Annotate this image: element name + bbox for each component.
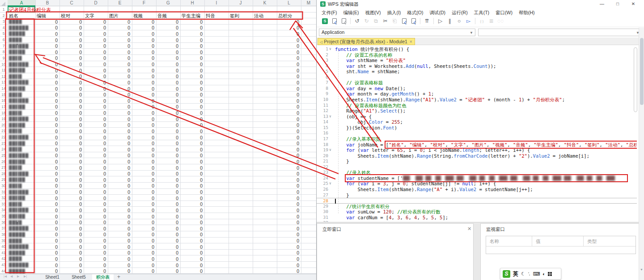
minimize-button[interactable]: — [595, 0, 609, 8]
points-cell[interactable]: 0 [59, 92, 82, 97]
points-cell[interactable]: 0 [84, 268, 106, 274]
points-cell[interactable]: 0 [35, 268, 58, 274]
save-icon[interactable] [339, 17, 348, 25]
points-cell[interactable]: 0 [132, 74, 154, 79]
points-cell[interactable]: 0 [180, 68, 203, 73]
points-cell[interactable]: 0 [277, 110, 299, 116]
points-cell[interactable]: 0 [132, 159, 154, 164]
points-cell[interactable]: 0 [180, 214, 203, 219]
header-cell-学生主编[interactable]: 学生主编 [182, 13, 204, 19]
code-line-21[interactable]: 21 } [317, 159, 637, 164]
row-header-41[interactable]: 41 [0, 251, 7, 255]
points-cell[interactable]: 0 [35, 147, 58, 152]
points-cell[interactable]: 0 [108, 80, 130, 85]
header-cell-活动[interactable]: 活动 [254, 13, 276, 19]
code-line-27[interactable]: 27 } [317, 192, 637, 198]
student-name-cell[interactable]: ██████ [9, 153, 29, 158]
points-cell[interactable]: 0 [132, 68, 154, 73]
points-cell[interactable]: 0 [59, 74, 82, 79]
header-cell-总积分[interactable]: 总积分 [278, 13, 301, 19]
points-cell[interactable]: 0 [132, 244, 154, 250]
points-cell[interactable]: 0 [277, 86, 299, 92]
row-header-27[interactable]: 27 [0, 165, 7, 170]
points-cell[interactable]: 0 [156, 153, 178, 158]
points-cell[interactable]: 0 [156, 117, 178, 122]
points-cell[interactable]: 0 [132, 177, 154, 183]
points-cell[interactable]: 0 [108, 68, 130, 73]
points-cell[interactable]: 0 [156, 55, 178, 61]
points-cell[interactable]: 0 [35, 55, 58, 61]
points-cell[interactable]: 0 [277, 55, 299, 61]
points-cell[interactable]: 0 [35, 263, 58, 268]
column-header-A[interactable]: A [8, 0, 35, 6]
code-line-30[interactable]: 30 var sumLow = 120; //积分表所有的行数 [317, 209, 637, 215]
points-cell[interactable]: 0 [84, 189, 106, 195]
points-cell[interactable]: 0 [35, 43, 58, 49]
half-shape-icon[interactable]: ◐ [542, 272, 545, 276]
points-cell[interactable]: 0 [108, 232, 130, 237]
points-cell[interactable]: 0 [132, 80, 154, 85]
points-cell[interactable]: 0 [59, 196, 82, 201]
points-cell[interactable]: 0 [277, 183, 299, 188]
undo-icon[interactable]: ↺ [352, 17, 362, 25]
student-name-cell[interactable]: █████ [9, 232, 25, 237]
points-cell[interactable]: 0 [132, 263, 154, 268]
points-cell[interactable]: 0 [59, 122, 82, 128]
points-cell[interactable]: 0 [35, 19, 58, 25]
points-cell[interactable]: 0 [156, 74, 178, 79]
points-cell[interactable]: 0 [59, 141, 82, 146]
points-cell[interactable]: 0 [277, 68, 299, 73]
points-cell[interactable]: 0 [108, 263, 130, 268]
code-line-26[interactable]: 26 Sheets.Item(shtName).Range("A" + i).V… [317, 187, 637, 192]
points-cell[interactable]: 0 [35, 250, 58, 255]
fold-arrow-icon[interactable]: ∨ [329, 147, 331, 153]
points-cell[interactable]: 0 [156, 208, 178, 213]
points-cell[interactable]: 0 [156, 135, 178, 140]
code-line-29[interactable]: 29 //统计学生所有积分 [317, 204, 637, 209]
points-cell[interactable]: 0 [84, 31, 106, 37]
points-cell[interactable]: 0 [35, 129, 58, 134]
points-cell[interactable]: 0 [35, 104, 58, 109]
points-cell[interactable]: 0 [277, 196, 299, 201]
points-cell[interactable]: 0 [132, 268, 154, 274]
header-cell-编辑[interactable]: 编辑 [37, 13, 59, 19]
points-cell[interactable]: 0 [277, 268, 299, 274]
points-cell[interactable]: 0 [84, 201, 106, 207]
points-cell[interactable]: 0 [59, 117, 82, 122]
points-cell[interactable]: 0 [108, 86, 130, 92]
student-name-cell[interactable]: ██████ [9, 263, 29, 267]
row-header-3[interactable]: 3 [0, 19, 7, 24]
points-cell[interactable]: 0 [277, 159, 299, 164]
points-cell[interactable]: 0 [59, 153, 82, 158]
points-cell[interactable]: 0 [84, 38, 106, 43]
points-cell[interactable]: 0 [108, 129, 130, 134]
points-cell[interactable]: 0 [132, 238, 154, 243]
points-cell[interactable]: 0 [156, 159, 178, 164]
points-cell[interactable]: 0 [108, 92, 130, 97]
points-cell[interactable]: 0 [59, 80, 82, 85]
points-cell[interactable]: 0 [180, 104, 203, 109]
points-cell[interactable]: 0 [59, 220, 82, 225]
points-cell[interactable]: 0 [277, 201, 299, 207]
points-cell[interactable]: 0 [180, 263, 203, 268]
points-cell[interactable]: 0 [59, 98, 82, 104]
points-cell[interactable]: 0 [35, 141, 58, 146]
code-line-14[interactable]: 14 obj.Color = 255; [317, 119, 637, 125]
points-cell[interactable]: 0 [59, 68, 82, 73]
points-cell[interactable]: 0 [156, 62, 178, 67]
code-line-24[interactable]: 24 var studentName = ['██▌ ▐██ ██ ▐█▌ ██… [317, 176, 637, 181]
points-cell[interactable]: 0 [59, 147, 82, 152]
points-cell[interactable]: 0 [156, 104, 178, 109]
cut-icon[interactable]: ✂ [381, 17, 390, 25]
row-header-28[interactable]: 28 [0, 171, 7, 176]
points-cell[interactable]: 0 [59, 232, 82, 237]
points-cell[interactable]: 0 [277, 104, 299, 109]
points-cell[interactable]: 0 [84, 238, 106, 243]
points-cell[interactable]: 0 [35, 62, 58, 67]
points-cell[interactable]: 0 [59, 165, 82, 171]
points-cell[interactable]: 0 [35, 226, 58, 231]
points-cell[interactable]: 0 [132, 117, 154, 122]
points-cell[interactable]: 0 [132, 50, 154, 55]
object-dropdown[interactable]: Application ▼ [319, 29, 475, 36]
row-header-38[interactable]: 38 [0, 232, 7, 237]
